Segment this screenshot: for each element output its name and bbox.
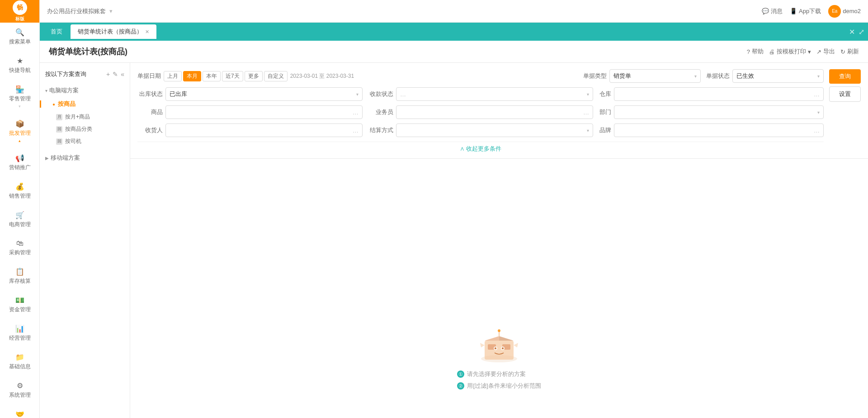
date-btn-this-year[interactable]: 本年: [203, 71, 221, 81]
collapse-conditions-btn[interactable]: ∧ 收起更多条件: [137, 142, 824, 156]
logo-icon: 畅: [13, 0, 27, 15]
sidebar-item-marketing[interactable]: 📢 营销推广: [0, 148, 39, 177]
operations-icon: 📊: [15, 324, 24, 333]
export-btn[interactable]: ↗ 导出: [816, 48, 835, 56]
sidebar-item-system[interactable]: ⚙ 系统管理: [0, 376, 39, 404]
scheme-group-pc-header[interactable]: ▾ 电脑端方案: [40, 84, 130, 97]
tab-close-btn[interactable]: ✕: [145, 29, 149, 35]
bill-type-select[interactable]: 销货单 ▾: [609, 69, 701, 83]
scheme-item-by-customer[interactable]: 回 按司机: [40, 135, 130, 147]
refresh-label: 刷新: [847, 48, 859, 56]
collapse-label: ∧ 收起更多条件: [460, 145, 502, 153]
by-product-active-icon: ●: [52, 102, 55, 107]
date-btn-last-7[interactable]: 近7天: [222, 71, 243, 81]
sidebar-item-stock[interactable]: 📋 库存核算: [0, 262, 39, 290]
tabbar: 首页 销货单统计表（按商品） ✕ ✕ ⤢: [40, 23, 868, 41]
setting-button[interactable]: 设置: [829, 86, 861, 102]
tab-close-window-btn[interactable]: ✕: [849, 28, 855, 36]
sidebar-item-wholesale[interactable]: 📦 批发管理 ▴: [0, 114, 39, 148]
staff-input[interactable]: …: [396, 105, 593, 119]
tip-1-text: 请先选择要分析的方案: [467, 370, 526, 378]
marketing-icon: 📢: [15, 154, 24, 162]
scheme-group-mobile-header[interactable]: ▶ 移动端方案: [40, 151, 130, 165]
sidebar-label-sales: 销售管理: [9, 192, 31, 200]
tab-home-label: 首页: [51, 28, 62, 36]
consignee-dots: …: [353, 127, 359, 134]
sidebar-item-enterprise[interactable]: 🤝 企业协同: [0, 404, 39, 418]
empty-state: ① 请先选择要分析的方案 ② 用[过滤]条件来缩小分析范围: [130, 159, 868, 418]
settle-chevron: ▾: [587, 128, 589, 133]
stock-icon: 📋: [15, 267, 24, 276]
scheme-group-pc: ▾ 电脑端方案 ● 按商品 月 按月+商品 回 按商品分类: [40, 82, 130, 149]
scheme-item-by-product-label: 按商品: [58, 100, 75, 108]
stock-status-value: 已出库: [170, 90, 187, 98]
bill-status-select[interactable]: 已生效 ▾: [732, 69, 824, 83]
tab-report[interactable]: 销货单统计表（按商品） ✕: [71, 24, 156, 39]
app-download-btn[interactable]: 📱 App下载: [790, 7, 821, 15]
scheme-collapse-btn[interactable]: «: [121, 71, 124, 78]
print-btn[interactable]: 🖨 按模板打印 ▾: [769, 48, 811, 56]
sidebar-label-ecommerce: 电商管理: [9, 221, 31, 228]
avatar: Ea: [828, 5, 841, 18]
sidebar-item-basic[interactable]: 📁 基础信息: [0, 347, 39, 376]
scheme-icons: + ✎ «: [106, 71, 124, 78]
consignee-input[interactable]: …: [165, 124, 363, 137]
empty-tips: ① 请先选择要分析的方案 ② 用[过滤]条件来缩小分析范围: [457, 370, 541, 390]
product-input[interactable]: …: [165, 105, 363, 119]
enterprise-icon: 🤝: [15, 410, 24, 418]
scheme-item-by-product-cat[interactable]: 回 按商品分类: [40, 123, 130, 135]
warehouse-select[interactable]: …: [614, 87, 824, 101]
scheme-panel-title: 按以下方案查询: [45, 70, 86, 78]
date-btn-custom[interactable]: 自定义: [264, 71, 288, 81]
print-arrow-icon: ▾: [808, 48, 811, 55]
sidebar-item-finance[interactable]: 💵 资金管理: [0, 290, 39, 319]
date-btn-last-month[interactable]: 上月: [164, 71, 182, 81]
payment-status-select[interactable]: … ▾: [396, 87, 593, 101]
message-btn[interactable]: 💬 消息: [762, 7, 783, 15]
finance-icon: 💵: [15, 296, 24, 304]
payment-status-field: 收款状态 … ▾: [368, 87, 593, 101]
scheme-edit-btn[interactable]: ✎: [113, 71, 118, 78]
date-range-text: 2023-03-01 至 2023-03-31: [290, 72, 354, 80]
chevron-right-icon: ▶: [45, 156, 49, 161]
sidebar-item-operations[interactable]: 📊 经营管理: [0, 319, 39, 347]
chevron-down-icon: ▾: [45, 88, 47, 93]
tab-maximize-btn[interactable]: ⤢: [859, 28, 864, 36]
refresh-btn[interactable]: ↻ 刷新: [840, 48, 859, 56]
logo: 畅 标版: [0, 0, 39, 23]
basic-icon: 📁: [15, 353, 24, 361]
sidebar-item-retail[interactable]: 🏪 零售管理 ▾: [0, 80, 39, 114]
page-title: 销货单统计表(按商品): [49, 46, 127, 57]
export-icon: ↗: [816, 48, 821, 55]
customer-icon: 回: [56, 138, 62, 145]
settle-select[interactable]: ▾: [396, 124, 593, 137]
message-label: 消息: [771, 7, 783, 15]
sidebar-item-purchase[interactable]: 🛍 采购管理: [0, 234, 39, 262]
stock-status-select[interactable]: 已出库 ▾: [165, 87, 363, 101]
sidebar-item-ecommerce[interactable]: 🛒 电商管理: [0, 205, 39, 234]
user-name: demo2: [843, 8, 861, 14]
sales-icon: 💰: [15, 182, 24, 191]
help-btn[interactable]: ? 帮助: [747, 48, 764, 56]
product-label: 商品: [137, 108, 163, 116]
scheme-item-by-product[interactable]: ● 按商品: [40, 97, 130, 111]
bill-type-label: 单据类型: [583, 72, 607, 80]
sidebar-menu: 🔍 搜索菜单 ★ 快捷导航 🏪 零售管理 ▾ 📦 批发管理 ▴ 📢 营销推广 💰…: [0, 23, 39, 418]
consignee-field: 收货人 …: [137, 124, 363, 137]
sidebar-item-quick-nav[interactable]: ★ 快捷导航: [0, 51, 39, 80]
brand-input[interactable]: …: [614, 124, 824, 137]
scheme-item-by-month-product[interactable]: 月 按月+商品: [40, 111, 130, 123]
sidebar-item-search[interactable]: 🔍 搜索菜单: [0, 23, 39, 51]
print-label: 按模板打印: [777, 48, 806, 56]
empty-tip-1: ① 请先选择要分析的方案: [457, 370, 541, 378]
filter-row-4: 收货人 … 结算方式 ▾: [137, 124, 824, 137]
date-btn-more[interactable]: 更多: [245, 71, 263, 81]
sidebar-item-sales[interactable]: 💰 销售管理: [0, 177, 39, 205]
date-btn-this-month[interactable]: 本月: [183, 71, 201, 81]
user-profile[interactable]: Ea demo2: [828, 5, 861, 18]
scheme-add-btn[interactable]: +: [106, 71, 110, 78]
query-button[interactable]: 查询: [829, 69, 861, 84]
dept-select[interactable]: ▾: [614, 105, 824, 119]
stock-status-label: 出库状态: [137, 90, 163, 98]
tab-home[interactable]: 首页: [43, 24, 70, 39]
